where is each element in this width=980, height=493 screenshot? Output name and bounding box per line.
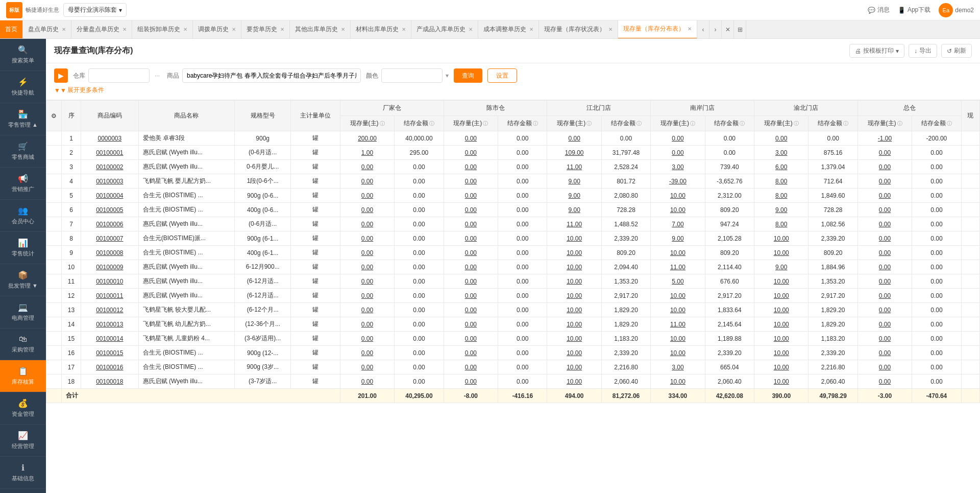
sidebar-item-retail-mgmt[interactable]: 🏪 零售管理 ▲ <box>0 103 46 135</box>
goods-input[interactable] <box>182 68 361 83</box>
table-area: ⚙ 序 商品编码 商品名称 规格型号 主计量单位 厂家仓 陈市仓 江北门店 南岸… <box>46 100 980 493</box>
cell-jb-stock: 10.00 <box>547 332 601 346</box>
tab-label: 材料出库单历史 <box>356 25 399 34</box>
tab-close-icon[interactable]: ✕ <box>122 27 127 32</box>
cell-jb-amt: 0.00 <box>601 131 650 146</box>
cell-cs-amt: 0.00 <box>498 189 547 203</box>
cell-cs-amt: 0.00 <box>498 146 547 160</box>
sidebar-item-purchase[interactable]: 🛍 采购管理 <box>0 328 46 360</box>
cell-unit: 罐 <box>291 317 340 332</box>
collapse-btn[interactable]: ▶ <box>54 68 68 83</box>
tab-cailiaochu[interactable]: 材料出库单历史 ✕ <box>351 20 411 39</box>
tab-close-icon[interactable]: ✕ <box>183 27 187 32</box>
th-total-stock: 现存量(主)ⓘ <box>857 116 912 131</box>
sidebar-item-nav[interactable]: ⚡ 快捷导航 <box>0 71 46 103</box>
sidebar-item-member[interactable]: 👥 会员中心 <box>0 200 46 232</box>
cell-jb-stock: 9.00 <box>547 203 601 217</box>
cell-gear <box>46 332 62 346</box>
setting-button[interactable]: 设置 <box>487 68 517 83</box>
user-menu[interactable]: Ea demo2 <box>939 3 974 17</box>
cell-yb-amt: 712.64 <box>808 174 857 189</box>
tab-close-icon[interactable]: ✕ <box>232 27 236 32</box>
tab-kucun-fenbu[interactable]: 现存量（库存分布表） ✕ <box>618 20 697 39</box>
tab-close-icon[interactable]: ✕ <box>469 27 473 32</box>
sidebar-item-mall[interactable]: 🛒 零售商城 <box>0 135 46 168</box>
tab-qitachu[interactable]: 其他出库单历史 ✕ <box>290 20 351 39</box>
cell-code: 00100004 <box>81 189 139 203</box>
cell-yb-amt: 875.16 <box>808 146 857 160</box>
summary-cs-amt: -416.16 <box>498 389 547 403</box>
cell-code: 00100018 <box>81 374 139 389</box>
sidebar-item-label: 采购管理 <box>3 346 43 354</box>
message-btn[interactable]: 💬 消息 <box>868 6 890 14</box>
tab-zuzhuan[interactable]: 组装拆卸单历史 ✕ <box>132 20 193 39</box>
sidebar-item-ecommerce[interactable]: 💻 电商管理 <box>0 296 46 328</box>
cell-cs-stock: 0.00 <box>444 174 498 189</box>
color-input[interactable] <box>381 68 443 83</box>
cell-current <box>961 303 979 317</box>
sidebar-item-inventory[interactable]: 📋 库存核算 <box>0 360 46 392</box>
warehouse-input[interactable] <box>88 68 150 83</box>
tab-diaobo[interactable]: 调拨单历史 ✕ <box>193 20 241 39</box>
tab-close-all-btn[interactable]: ✕ <box>722 20 734 39</box>
sidebar-item-system[interactable]: ⚙ 系统管理 <box>0 489 46 493</box>
tab-expand-btn[interactable]: ⊞ <box>734 20 746 39</box>
print-btn[interactable]: 🖨 按模板打印 ▾ <box>849 44 904 58</box>
cell-na-stock: 10.00 <box>651 289 705 303</box>
table-row: 17 00100016 合生元 (BIOSTIME) ... 900g (3岁.… <box>46 360 980 374</box>
tab-chanchenpin[interactable]: 产成品入库单历史 ✕ <box>411 20 478 39</box>
cell-yb-amt: 1,183.20 <box>808 332 857 346</box>
cell-na-amt: 739.40 <box>705 160 754 174</box>
cell-jb-stock: 10.00 <box>547 289 601 303</box>
expand-conditions-btn[interactable]: ▼▼ 展开更多条件 <box>54 86 972 95</box>
store-selector[interactable]: 母婴行业演示陈套 ▾ <box>63 3 127 17</box>
th-gear[interactable]: ⚙ <box>46 101 62 131</box>
cell-cs-amt: 0.00 <box>498 303 547 317</box>
cell-unit: 罐 <box>291 303 340 317</box>
query-button[interactable]: 查询 <box>454 68 482 83</box>
sidebar-item-basic-info[interactable]: ℹ 基础信息 <box>0 457 46 489</box>
cell-code: 00100015 <box>81 346 139 360</box>
tab-close-icon[interactable]: ✕ <box>341 27 345 32</box>
cell-name: 飞鹤星飞帆 幼儿配方奶... <box>138 317 234 332</box>
app-download-btn[interactable]: 📱 App下载 <box>898 6 930 14</box>
tab-yaohuo[interactable]: 要货单历史 ✕ <box>241 20 290 39</box>
dots-icon[interactable]: ··· <box>153 72 162 79</box>
tab-close-icon[interactable]: ✕ <box>688 26 692 32</box>
cell-cs-stock: 0.00 <box>444 317 498 332</box>
sidebar-item-operations[interactable]: 📈 经营管理 <box>0 425 46 457</box>
table-row: 12 00100011 惠氏启赋 (Wyeth illu... (6-12月适.… <box>46 289 980 303</box>
tab-home[interactable]: 首页 <box>0 20 23 39</box>
cell-factory-stock: 0.00 <box>340 189 394 203</box>
tab-chenben[interactable]: 成本调整单历史 ✕ <box>478 20 539 39</box>
tab-next-btn[interactable]: › <box>709 20 722 39</box>
sidebar-item-retail-stats[interactable]: 📊 零售统计 <box>0 232 46 264</box>
cell-na-amt: 2,339.20 <box>705 346 754 360</box>
cell-name: 惠氏启赋 (Wyeth illu... <box>138 374 234 389</box>
tab-kucun-zhuangkuang[interactable]: 现存量（库存状况表） ✕ <box>539 20 618 39</box>
tab-pandian[interactable]: 盘点单历史 ✕ <box>23 20 71 39</box>
cell-total-stock: 0.00 <box>857 231 912 246</box>
cell-total-amt: 0.00 <box>912 217 961 231</box>
cell-jb-stock: 0.00 <box>547 131 601 146</box>
summary-jb-stock: 494.00 <box>547 389 601 403</box>
tab-fenpandian[interactable]: 分量盘点单历史 ✕ <box>71 20 132 39</box>
sidebar-item-finance[interactable]: 💰 资金管理 <box>0 392 46 425</box>
tab-close-icon[interactable]: ✕ <box>62 27 66 32</box>
tab-close-icon[interactable]: ✕ <box>608 27 612 32</box>
tab-close-icon[interactable]: ✕ <box>529 27 533 32</box>
tab-close-icon[interactable]: ✕ <box>280 27 284 32</box>
cell-code: 00100003 <box>81 174 139 189</box>
sidebar-item-wholesale[interactable]: 📦 批发管理 ▼ <box>0 264 46 296</box>
th-chenshi: 陈市仓 <box>444 101 547 116</box>
cell-factory-stock: 200.00 <box>340 131 394 146</box>
sidebar-item-marketing[interactable]: 📢 营销推广 <box>0 168 46 200</box>
tab-prev-btn[interactable]: ‹ <box>697 20 709 39</box>
cell-gear <box>46 203 62 217</box>
export-btn[interactable]: ↓ 导出 <box>909 44 937 58</box>
cell-na-stock: 10.00 <box>651 346 705 360</box>
tab-close-icon[interactable]: ✕ <box>402 27 406 32</box>
sidebar-item-search[interactable]: 🔍 搜索英单 <box>0 39 46 71</box>
cell-total-stock: 0.00 <box>857 303 912 317</box>
refresh-btn[interactable]: ↺ 刷新 <box>941 44 972 58</box>
